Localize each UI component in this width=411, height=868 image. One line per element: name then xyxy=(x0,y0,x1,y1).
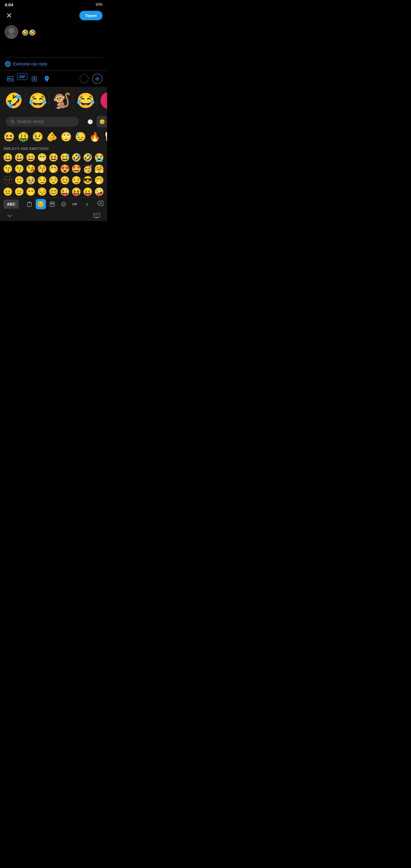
avatar-image xyxy=(5,25,18,39)
sticker-keyboard-icon[interactable] xyxy=(47,199,57,209)
gif-keyboard-icon[interactable]: GIF xyxy=(70,199,80,209)
status-bar: 4:04 93% xyxy=(0,0,107,8)
add-thread-button[interactable] xyxy=(92,74,102,84)
emoji-wink[interactable]: 😊 xyxy=(48,186,59,197)
emoji-rofl2[interactable]: 🤣 xyxy=(82,152,93,163)
chevron-down-icon[interactable] xyxy=(7,213,12,219)
kaomoji-keyboard-icon[interactable]: :-) xyxy=(81,199,92,209)
emoji-party[interactable]: 🥳 xyxy=(82,163,93,175)
avatar xyxy=(5,25,18,39)
recent-emoji-1[interactable]: 😆 xyxy=(2,130,16,143)
emoji-kissing-closed[interactable]: 😙 xyxy=(2,163,14,175)
smiley-tab[interactable]: 😊 xyxy=(96,116,107,127)
emoji-tear[interactable]: 🥹 xyxy=(25,175,36,186)
emoji-smirk[interactable]: 😏 xyxy=(36,175,48,186)
emoji-relieved[interactable]: 😌 xyxy=(48,175,59,186)
emoji-kissing-smiling[interactable]: 😚 xyxy=(36,163,48,175)
recent-tab[interactable]: 🕐 xyxy=(85,116,96,127)
list-icon[interactable] xyxy=(29,73,40,85)
recent-emoji-5[interactable]: 🙄 xyxy=(59,130,73,143)
emoji-search-bar[interactable] xyxy=(6,117,79,126)
emoji-slight-smile[interactable]: 🙂 xyxy=(14,175,25,186)
keyboard-dismiss-icon[interactable] xyxy=(93,213,100,220)
emoji-search-row: 🕐 😊 🚶 🐾 🍔 xyxy=(0,114,107,129)
emoji-smirk2[interactable]: 😏 xyxy=(70,175,82,186)
smileys-section-title: SMILEYS AND EMOTIONS xyxy=(0,145,107,152)
status-time: 4:04 xyxy=(5,2,13,7)
emoji-hug[interactable]: 🤗 xyxy=(93,163,105,175)
clipboard-icon[interactable] xyxy=(24,199,35,209)
emoji-keyboard-icon[interactable]: 😊 xyxy=(36,199,46,209)
emoji-dotted-mouth[interactable]: 🫥 xyxy=(2,175,14,186)
kb-icons-group: 😊 GIF :-) xyxy=(24,199,92,209)
emoji-zany[interactable]: 🤪 xyxy=(93,186,105,197)
emoji-grinning-smile[interactable]: 😄 xyxy=(25,152,36,163)
svg-rect-12 xyxy=(29,202,30,203)
keyboard-toolbar: ABC 😊 GIF :-) xyxy=(0,197,107,211)
backspace-button[interactable] xyxy=(97,200,104,208)
recent-emoji-6[interactable]: 😓 xyxy=(74,130,87,143)
emoji-grid: 😀 😃 😄 😁 😆 😅 🤣 🤣 😭 😙 😗 😘 😚 🤭 😍 🤩 🥳 🤗 🫥 🙂 … xyxy=(0,152,107,197)
sticker-monkey[interactable]: 🐒 xyxy=(50,89,73,112)
bottom-bar xyxy=(0,211,107,221)
recent-emojis-row: 😆 🤑 😢 🫵 🙄 😓 🔥 🦷 🌙 xyxy=(0,129,107,145)
emoji-squint[interactable]: 😆 xyxy=(48,152,59,163)
emoji-cool[interactable]: 😎 xyxy=(82,175,93,186)
top-nav: Tweet xyxy=(0,8,107,23)
emoji-no-mouth[interactable]: 😶 xyxy=(25,186,36,197)
battery-text: 93% xyxy=(96,3,102,6)
recent-emoji-7[interactable]: 🔥 xyxy=(88,130,102,143)
emoji-rofl[interactable]: 🤣 xyxy=(70,152,82,163)
svg-rect-11 xyxy=(27,203,31,207)
toolbar-icons: GIF xyxy=(5,73,78,85)
abc-button[interactable]: ABC xyxy=(3,199,19,209)
emoji-search-input[interactable] xyxy=(17,119,74,124)
sticker-laughing-3[interactable]: 😂 xyxy=(74,89,97,112)
smileys-section: SMILEYS AND EMOTIONS 😀 😃 😄 😁 😆 😅 🤣 🤣 😭 😙… xyxy=(0,145,107,197)
svg-point-15 xyxy=(53,203,53,204)
char-count xyxy=(80,74,89,83)
recent-emoji-3[interactable]: 😢 xyxy=(31,130,44,143)
reply-setting-label: Everyone can reply xyxy=(13,62,48,66)
svg-line-10 xyxy=(13,123,14,124)
svg-point-14 xyxy=(51,203,52,204)
compose-area: 🤣🤣 xyxy=(0,23,107,57)
emoji-content[interactable]: 😊 xyxy=(59,175,70,186)
emoji-hand-laugh[interactable]: 🤭 xyxy=(93,175,105,186)
sticker-laughing-2[interactable]: 😂 xyxy=(26,89,49,112)
gif-icon[interactable]: GIF xyxy=(17,73,27,80)
emoji-category-tabs: 🕐 😊 🚶 🐾 🍔 xyxy=(85,116,107,127)
emoji-crying-loudly[interactable]: 😭 xyxy=(93,152,105,163)
recent-emoji-4[interactable]: 🫵 xyxy=(45,130,59,143)
emoji-kissing-heart[interactable]: 😘 xyxy=(25,163,36,175)
image-icon[interactable] xyxy=(5,73,16,85)
emoji-sweat-smile[interactable]: 😅 xyxy=(59,152,70,163)
animoji-keyboard-icon[interactable] xyxy=(59,199,69,209)
sticker-laughing-1[interactable]: 🤣 xyxy=(2,89,25,112)
abc-label: ABC xyxy=(7,202,15,207)
emoji-winking-tongue[interactable]: 😜 xyxy=(59,186,70,197)
emoji-heart-eyes[interactable]: 😍 xyxy=(59,163,70,175)
emoji-beaming[interactable]: 😁 xyxy=(36,152,48,163)
emoji-pensive[interactable]: 😔 xyxy=(36,186,48,197)
emoji-star-struck[interactable]: 🤩 xyxy=(70,163,82,175)
emoji-squinting-tongue[interactable]: 😝 xyxy=(70,186,82,197)
recent-emoji-8[interactable]: 🦷 xyxy=(102,130,107,143)
location-icon[interactable] xyxy=(41,73,53,85)
tweet-button[interactable]: Tweet xyxy=(80,11,102,20)
svg-point-16 xyxy=(62,202,66,206)
close-button[interactable] xyxy=(5,11,14,20)
sticker-add-button[interactable]: + xyxy=(100,92,107,109)
emoji-tongue[interactable]: 😛 xyxy=(82,186,93,197)
emoji-kissing[interactable]: 😗 xyxy=(14,163,25,175)
emoji-grinning[interactable]: 😀 xyxy=(2,152,14,163)
svg-point-1 xyxy=(8,28,14,34)
emoji-expressionless[interactable]: 😑 xyxy=(14,186,25,197)
recent-emoji-2[interactable]: 🤑 xyxy=(17,130,30,143)
emoji-hand-mouth[interactable]: 🤭 xyxy=(48,163,59,175)
tweet-text-area[interactable]: 🤣🤣 xyxy=(22,25,102,55)
tweet-content: 🤣🤣 xyxy=(22,29,102,36)
emoji-grinning-big-eyes[interactable]: 😃 xyxy=(14,152,25,163)
emoji-neutral[interactable]: 😐 xyxy=(2,186,14,197)
reply-setting[interactable]: 🌐 Everyone can reply xyxy=(0,57,107,70)
